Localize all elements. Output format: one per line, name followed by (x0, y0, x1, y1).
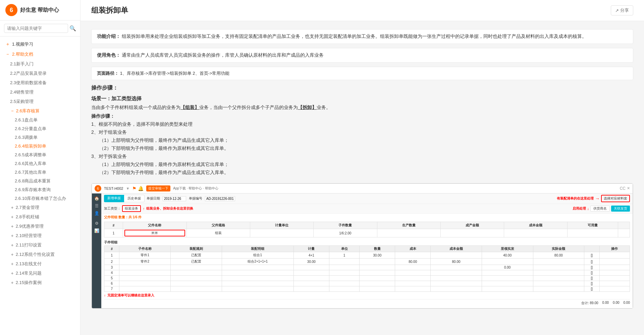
screenshot-container: 6 TEST-H002 ▼ ⚑ 🔔 提交审核一下 App下载 · 帮助中心 · … (91, 183, 633, 309)
sidebar-item-2-6-3[interactable]: 2.6.3调拨单 (0, 133, 80, 142)
mock-window-controls: CC ✕ (620, 186, 630, 191)
sidebar-item-custom[interactable]: ＋ 2.12系统个性化设置 (0, 250, 80, 259)
func-intro-label: 功能介绍： (97, 34, 120, 39)
step3-2: （2）下部明细为子件明细，最终作为产成品生成其它入库单。 (99, 170, 633, 176)
share-button[interactable]: ↗ 分享 (611, 5, 633, 15)
sidebar-item-2-6-5[interactable]: 2.6.5成本调整单 (0, 151, 80, 159)
mock-confirm-btn[interactable]: 关联发货 (611, 206, 630, 212)
mock-tab-new[interactable]: 新增单据 (104, 195, 124, 202)
main-area: 组装拆卸单 ↗ 分享 功能介绍： 组装拆卸单用来处理企业组装或拆卸等加工业务，支… (80, 0, 644, 335)
mock-form-fields: 单据日期 单据编号 (147, 196, 235, 201)
annotation1-text: 有装配清单的在这里处理 (557, 196, 594, 201)
mock-upper-table: #父件名称父件规格计量单位子件数量生产数量成产金额成本金额可用量 1 米米 组装… (104, 222, 630, 237)
func-intro-section: 功能介绍： 组装拆卸单用来处理企业组装或拆卸等加工业务，支持有固定装配清单的产品… (91, 29, 633, 44)
type-label-mock: 加工类型： (104, 206, 121, 211)
lower-table-label: 子件明细 (104, 240, 630, 245)
footer-val2: 0.00 (613, 301, 619, 305)
mock-lower-table-area: 子件明细 #子件名称装配规则装配明细计量单位数量成本成本金额里领实发实际金额操作 (101, 239, 633, 308)
label: 2.4销售管理 (10, 90, 34, 95)
sidebar-item-2-6-4[interactable]: 2.6.4组装拆卸单 (0, 142, 80, 151)
sidebar-item-2-6-9[interactable]: 2.6.9库存账本查询 (0, 185, 80, 194)
table-row: 4[] (104, 270, 630, 276)
sidebar-item-print[interactable]: ＋ 2.11打印设置 (0, 240, 80, 250)
mock-second-toolbar: 加工类型： 组装业务 ↑ 组装业务、拆卸业务在这里切换 (101, 204, 633, 214)
mock-body: 🏠 ☰ 👤 ⚙ 📊 新增单据 历史单据 (92, 193, 633, 308)
sidebar-item-newbie[interactable]: 2.1新手入门 (0, 59, 80, 69)
flag-icon: ⚑ (132, 186, 137, 191)
sidebar-item-manage[interactable]: ＋ 2.10经营管理 (0, 231, 80, 240)
table-row: 2零件2已配置组合2+1+1+130.0080.0080.00[] (104, 259, 630, 265)
mock-type-selector: 加工类型： 组装业务 (104, 205, 141, 212)
table-row: 1 米米 组装1/6:2.00 (104, 229, 630, 237)
table-row: 1零件1已配置组合14+1130.0040.0080.00[] (104, 252, 630, 259)
sidebar-item-finance[interactable]: ＋ 2.7资金管理 (0, 203, 80, 212)
sidebar-item-2-6-2[interactable]: 2.6.2分量盘点单 (0, 124, 80, 133)
sidebar-item-2-6-8[interactable]: 2.6.8商品成本重算 (0, 177, 80, 185)
mock-logo: 6 (95, 185, 101, 192)
role-text: 通常由生产人员或库管人员完成拆装业务的操作，库管人员确认原材料的出库和产成品的入… (122, 52, 324, 58)
mock-tab-history[interactable]: 历史单据 (124, 195, 145, 202)
label: 2.9优惠券管理 (16, 224, 44, 229)
sidebar-item-inventory[interactable]: － 2.6库存核算 (0, 106, 80, 116)
step3-1: （1）上部明细为父件明细，最终作为原材料生成其它出库单； (99, 162, 633, 168)
mock-upper-table-area: 父件明细 数量：共 1/6 件 #父件名称父件规格计量单位子件数量生产数量成产金… (101, 214, 633, 239)
sidebar-item-2-6-10[interactable]: 2.6.10库存账本错了怎么办 (0, 194, 80, 203)
sidebar-item-faq[interactable]: ＋ 2.14常见问题 (0, 269, 80, 278)
sidebar-item-video[interactable]: ＋ 1.视频学习 (0, 39, 80, 49)
label: 2.6库存核算 (16, 108, 40, 113)
sidebar-item-mobile[interactable]: ＋ 2.8手机旺铺 (0, 212, 80, 222)
table-row: 30.00[] (104, 265, 630, 270)
mock-footer-totals: 合计: 89.00 0.00 0.00 0.00 (104, 299, 630, 307)
table-row: 7[] (104, 286, 630, 292)
mock-no-input[interactable] (205, 196, 235, 201)
parent-name-cell: 米米 (124, 230, 185, 236)
mock-type-select[interactable]: 组装业务 (122, 205, 141, 212)
mock-date-input[interactable] (163, 196, 186, 201)
mock-annotation1-area: 有装配清单的在这里处理 → 选择对应材料套 (557, 195, 630, 202)
scenario1-title: 场景一：加工类型选择 (91, 96, 633, 102)
mock-nav-list: ☰ (95, 204, 99, 208)
mock-nav-home: 🏠 (94, 196, 99, 201)
page-path-section: 页面路径： 1、库存核算->库存管理->组装拆卸单 2、首页->常用功能 (91, 67, 633, 80)
mock-nav-icons: ⚑ 🔔 (132, 186, 144, 191)
date-label: 单据日期 (147, 196, 160, 201)
role-section: 使用角色： 通常由生产人员或库管人员完成拆装业务的操作，库管人员确认原材料的出库… (91, 48, 633, 63)
label: 2.5采购管理 (10, 99, 34, 104)
search-button[interactable]: 🔍 (69, 25, 76, 32)
sidebar-item-purchase[interactable]: 2.5采购管理 (0, 97, 80, 106)
label: 2.7资金管理 (16, 205, 39, 210)
mock-save-btn[interactable]: 提交审核一下 (146, 185, 170, 191)
footer-qty: 合计: 89.00 (581, 301, 598, 305)
sidebar-item-2-6-7[interactable]: 2.6.7其他出库单 (0, 168, 80, 177)
func-intro-text: 组装拆卸单用来处理企业组装或拆卸等加工业务，支持有固定装配清单的产品加工业务，也… (122, 34, 587, 39)
sidebar-nav: ＋ 1.视频学习 － 2.帮助文档 2.1新手入门 2.2产品安装及登录 2.3… (0, 37, 80, 335)
path-text: 1、库存核算->库存管理->组装拆卸单 2、首页->常用功能 (120, 71, 230, 76)
sidebar-item-case[interactable]: ＋ 2.15操作案例 (0, 278, 80, 287)
sidebar-item-install[interactable]: 2.2产品安装及登录 (0, 69, 80, 78)
mock-main-content: 新增单据 历史单据 单据日期 单据编号 (101, 193, 633, 308)
bell-icon: 🔔 (138, 186, 144, 191)
annotation3-arrow: ↑ (143, 207, 145, 211)
sidebar-item-video-label: 1.视频学习 (12, 41, 33, 47)
sidebar: 6 好生意 帮助中心 🔍 ＋ 1.视频学习 － 2.帮助文档 2.1新手入门 2… (0, 0, 80, 335)
mock-close-icon[interactable]: ✕ (627, 186, 630, 191)
mock-window-id: TEST-H002 (104, 186, 123, 190)
main-header: 组装拆卸单 ↗ 分享 (80, 0, 644, 21)
sidebar-item-payment[interactable]: ＋ 2.13在线支付 (0, 259, 80, 269)
sidebar-item-coupon[interactable]: ＋ 2.9优惠券管理 (0, 222, 80, 231)
search-input[interactable] (4, 24, 68, 33)
mock-nav-chart: 📊 (94, 228, 99, 233)
mock-enable-input[interactable]: 供货商名 (590, 206, 610, 212)
search-area: 🔍 (0, 20, 80, 37)
sidebar-item-docs[interactable]: － 2.帮助文档 (0, 49, 80, 59)
annotation5-arrow: ↑ (104, 293, 106, 297)
annotation5-text: 无固定清单可以继续在这里录入 (107, 293, 154, 298)
mock-toolbar-row: 新增单据 历史单据 单据日期 单据编号 (101, 193, 633, 204)
sidebar-item-2-6-1[interactable]: 2.6.1盘点单 (0, 116, 80, 124)
sidebar-item-2-6-6[interactable]: 2.6.6其他入库单 (0, 159, 80, 168)
sidebar-item-data[interactable]: 2.3使用前数据准备 (0, 78, 80, 88)
sidebar-item-sales[interactable]: 2.4销售管理 (0, 88, 80, 97)
mock-nav-person: 👤 (94, 211, 99, 216)
share-label: 分享 (620, 7, 629, 13)
share-icon: ↗ (615, 8, 619, 13)
